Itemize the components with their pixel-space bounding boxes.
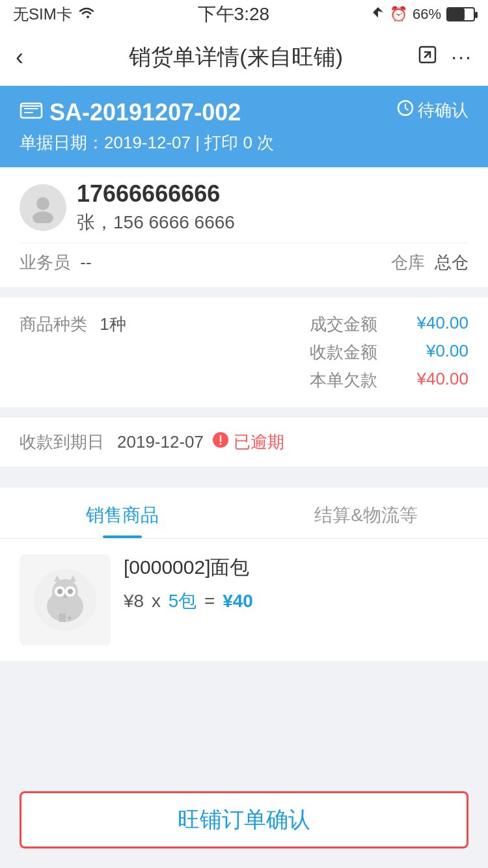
product-name: [0000002]面包: [124, 554, 468, 581]
carrier-text: 无SIM卡: [13, 4, 72, 25]
salesperson-value: --: [80, 252, 91, 272]
warehouse-field: 仓库 总仓: [391, 251, 468, 274]
order-id-row: SA-20191207-002: [20, 99, 274, 126]
amount-row-owed: 本单欠款 ¥40.00: [310, 369, 468, 392]
warehouse-value: 总仓: [435, 252, 468, 272]
product-price-row: ¥8 x 5包 = ¥40: [124, 589, 468, 614]
tabs-section: 销售商品 结算&物流等: [0, 487, 488, 661]
product-type-label: 商品种类: [20, 314, 87, 334]
confirm-button-wrapper: 旺铺订单确认: [0, 778, 488, 868]
price-unit: ¥8: [124, 591, 144, 611]
wifi-icon: [77, 5, 96, 23]
svg-point-6: [220, 443, 222, 445]
svg-text:督+: 督+: [58, 612, 72, 623]
nav-actions: ···: [417, 44, 472, 70]
product-type-value: 1种: [100, 314, 126, 334]
owed-value: ¥40.00: [390, 369, 468, 392]
share-icon[interactable]: [417, 44, 438, 70]
battery-percent: 66%: [413, 6, 441, 23]
salesperson-field: 业务员 --: [20, 251, 92, 274]
location-icon: [372, 6, 385, 23]
quantity: 5包: [169, 591, 197, 611]
total-price: ¥40: [223, 591, 253, 611]
customer-section: 17666666666 张，156 6666 6666 业务员 -- 仓库 总仓: [0, 167, 488, 287]
back-button[interactable]: ‹: [16, 44, 55, 71]
battery-icon: [446, 7, 475, 21]
due-date-section: 收款到期日 2019-12-07 已逾期: [0, 418, 488, 467]
equal-sign: =: [204, 591, 215, 611]
clock-icon: [397, 100, 414, 121]
overdue-badge: 已逾期: [211, 431, 284, 454]
status-bar: 无SIM卡 下午3:28 ⏰ 66%: [0, 0, 488, 29]
product-info: [0000002]面包 ¥8 x 5包 = ¥40: [124, 554, 468, 614]
order-doc-icon: [20, 99, 43, 126]
header-banner: SA-20191207-002 单据日期：2019-12-07 | 打印 0 次…: [0, 86, 488, 167]
order-id-text: SA-20191207-002: [49, 99, 241, 126]
product-thumbnail: 督+: [20, 554, 111, 645]
svg-point-4: [33, 211, 53, 223]
confirm-button[interactable]: 旺铺订单确认: [20, 791, 468, 848]
page-title: 销货单详情(来自旺铺): [55, 42, 417, 72]
amount-row-deal: 成交金额 ¥40.00: [310, 313, 468, 336]
customer-phone: 17666666666: [77, 180, 235, 208]
confirm-button-label: 旺铺订单确认: [178, 805, 310, 835]
more-icon[interactable]: ···: [451, 45, 472, 69]
tab-settlement[interactable]: 结算&物流等: [244, 487, 488, 538]
nav-bar: ‹ 销货单详情(来自旺铺) ···: [0, 29, 488, 86]
alarm-icon: ⏰: [390, 6, 407, 23]
customer-name: 张，156 6666 6666: [77, 210, 235, 235]
overdue-text: 已逾期: [234, 431, 284, 454]
order-status: 待确认: [397, 99, 468, 122]
status-time: 下午3:28: [198, 2, 270, 27]
customer-row: 17666666666 张，156 6666 6666: [20, 180, 468, 235]
warehouse-label: 仓库: [391, 252, 425, 272]
tabs-row[interactable]: 销售商品 结算&物流等: [0, 487, 488, 539]
summary-section: 商品种类 1种 成交金额 ¥40.00 收款金额 ¥0.00 本单欠款 ¥40.…: [0, 297, 488, 407]
deal-amount-label: 成交金额: [310, 313, 377, 336]
summary-row: 商品种类 1种 成交金额 ¥40.00 收款金额 ¥0.00 本单欠款 ¥40.…: [20, 313, 468, 392]
amounts-block: 成交金额 ¥40.00 收款金额 ¥0.00 本单欠款 ¥40.00: [310, 313, 468, 392]
deal-amount-value: ¥40.00: [390, 313, 468, 336]
svg-point-13: [68, 589, 73, 594]
received-value: ¥0.00: [390, 341, 468, 364]
product-type-field: 商品种类 1种: [20, 313, 126, 336]
staff-warehouse-row: 业务员 -- 仓库 总仓: [20, 251, 468, 274]
order-date: 单据日期：2019-12-07 | 打印 0 次: [20, 131, 274, 154]
due-date-label: 收款到期日: [20, 431, 104, 454]
status-carrier: 无SIM卡: [13, 4, 96, 25]
owed-label: 本单欠款: [310, 369, 377, 392]
received-label: 收款金额: [310, 341, 377, 364]
multiply-sign: x: [152, 591, 161, 611]
salesperson-label: 业务员: [20, 252, 70, 272]
status-right: ⏰ 66%: [372, 6, 475, 23]
svg-point-12: [57, 589, 62, 594]
svg-point-3: [36, 197, 49, 210]
due-date-value: 2019-12-07: [117, 432, 204, 452]
status-text: 待确认: [418, 99, 468, 122]
product-item: 督+ [0000002]面包 ¥8 x 5包 = ¥40: [0, 539, 488, 661]
avatar: [20, 184, 66, 231]
warning-icon: [211, 431, 230, 454]
amount-row-received: 收款金额 ¥0.00: [310, 341, 468, 364]
tab-sales-product[interactable]: 销售商品: [0, 487, 244, 538]
